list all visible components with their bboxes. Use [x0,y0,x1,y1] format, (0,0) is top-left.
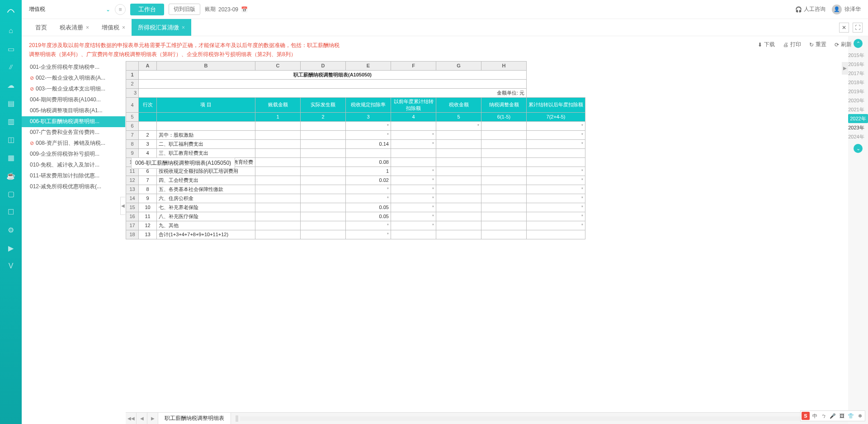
file-item[interactable]: 006-职工薪酬纳税调整明细... [22,116,125,127]
cell[interactable]: * [346,185,391,194]
cell[interactable]: * [527,176,585,185]
cell[interactable] [436,203,481,212]
cell[interactable] [391,121,436,130]
cell[interactable]: * [527,221,585,230]
reset-button[interactable]: ↻重置 [809,41,826,48]
file-item[interactable]: 007-广告费和业务宣传费跨... [22,127,125,138]
cell[interactable]: * [391,212,436,221]
nav-v-icon[interactable]: V [0,259,22,273]
cell[interactable] [301,148,346,157]
cell[interactable] [436,185,481,194]
cell[interactable] [391,148,436,157]
cell[interactable] [301,121,346,130]
cell[interactable]: * [527,121,585,130]
period-value[interactable]: 2023-09 [218,6,238,13]
cell[interactable] [481,203,527,212]
nav-settings-icon[interactable]: ⚙ [0,223,22,237]
year-down-button[interactable]: ⌄ [854,144,863,153]
sheet-nav-prev[interactable]: ◀ [137,413,147,424]
cell[interactable] [301,130,346,139]
year-item[interactable]: 2023年 [848,123,868,132]
cell[interactable]: 0.02 [346,176,391,185]
spreadsheet[interactable]: ABCDEFGH1职工薪酬纳税调整明细表(A105050)23金额单位: 元4行… [126,61,848,412]
year-item[interactable]: 2020年 [848,96,868,105]
year-item[interactable]: 2018年 [848,78,868,87]
col-header[interactable]: D [301,61,346,70]
cell[interactable]: * [527,194,585,203]
cell[interactable] [481,130,527,139]
cell[interactable]: * [527,212,585,221]
cell[interactable] [481,194,527,203]
cell[interactable] [301,230,346,239]
cell[interactable]: 0.08 [346,157,391,167]
cell[interactable] [255,185,301,194]
year-item[interactable]: 2022年 [848,114,868,123]
cell[interactable] [436,157,481,167]
cell[interactable]: * [391,176,436,185]
cell[interactable]: * [436,121,481,130]
info-button[interactable]: ≡ [115,4,126,15]
cell[interactable] [255,139,301,148]
year-item[interactable]: 2019年 [848,87,868,96]
ime-item[interactable]: 🖼 [838,412,846,420]
ime-logo-icon[interactable]: S [802,412,810,420]
cell[interactable] [527,230,585,239]
cell[interactable] [481,176,527,185]
cell[interactable] [255,121,301,130]
cell[interactable] [481,121,527,130]
nav-bag-icon[interactable]: ☁ [0,78,22,92]
cell[interactable]: * [346,121,391,130]
file-item[interactable]: ⊘003-一般企业成本支出明细... [22,84,125,95]
cell[interactable]: 0.05 [346,212,391,221]
ime-item[interactable]: 中 [811,412,819,420]
file-item[interactable]: 005-纳税调整项目明细表(A1... [22,105,125,116]
cell[interactable] [301,194,346,203]
cell[interactable] [255,167,301,176]
cell[interactable] [481,230,527,239]
cell[interactable] [481,221,527,230]
cell[interactable]: * [527,203,585,212]
file-item[interactable]: 001-企业所得税年度纳税申... [22,62,125,73]
horizontal-scrollbar[interactable] [240,416,848,421]
cell[interactable]: * [346,194,391,203]
cell[interactable] [391,157,436,167]
cell[interactable] [301,185,346,194]
tab-close-icon[interactable]: × [86,24,89,31]
ime-item[interactable]: ❄ [856,412,864,420]
user-menu[interactable]: 👤 徐泽华 [832,5,861,14]
cell[interactable] [346,148,391,157]
cell[interactable]: * [391,139,436,148]
tab-close-icon[interactable]: × [122,24,125,31]
file-item[interactable]: 012-减免所得税优惠明细表(... [22,181,125,192]
print-button[interactable]: 🖨打印 [783,41,801,48]
sheet-expand-handle[interactable]: ▶ [842,62,848,75]
nav-grid-icon[interactable]: ◫ [0,132,22,147]
cell[interactable]: 0.05 [346,203,391,212]
nav-tax-icon[interactable]: ☕ [0,168,22,183]
collapse-handle[interactable]: ◀ [120,197,126,215]
cell[interactable]: * [346,230,391,239]
cell[interactable] [301,139,346,148]
nav-calendar-icon[interactable]: ▦ [0,150,22,165]
cell[interactable] [481,167,527,176]
nav-chart-icon[interactable]: ⫽ [0,60,22,74]
cell[interactable] [301,203,346,212]
cell[interactable]: * [527,130,585,139]
cell[interactable] [436,167,481,176]
file-item[interactable]: 010-免税、减计收入及加计... [22,160,125,171]
tab-close-icon[interactable]: × [182,24,185,31]
file-item[interactable]: 011-研发费用加计扣除优惠... [22,171,125,181]
cell[interactable] [391,230,436,239]
file-item[interactable]: 009-企业所得税弥补亏损明... [22,149,125,160]
cell[interactable] [301,167,346,176]
nav-doc-icon[interactable]: ▭ [0,42,22,56]
cell[interactable] [436,221,481,230]
nav-home-icon[interactable]: ⌂ [0,24,22,38]
cell[interactable]: * [391,130,436,139]
cell[interactable]: * [391,185,436,194]
cell[interactable]: * [391,167,436,176]
year-item[interactable]: 2024年 [848,132,868,141]
year-item[interactable]: 2021年 [848,105,868,114]
help-link[interactable]: 🎧 人工咨询 [795,5,826,13]
col-header[interactable]: E [346,61,391,70]
